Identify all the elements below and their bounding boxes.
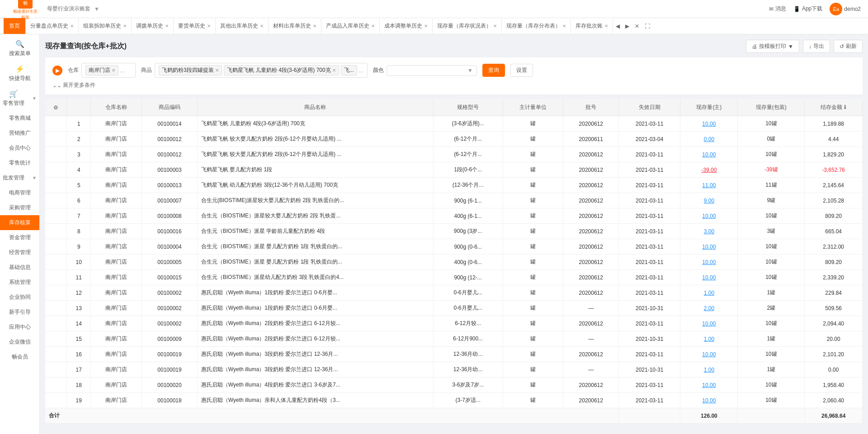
tab-disassemble[interactable]: 组装拆卸单历史 ✕ bbox=[79, 18, 132, 34]
sidebar-item-wechat[interactable]: 企业微信 bbox=[0, 335, 39, 349]
tab-product-in[interactable]: 产成品入库单历史 ✕ bbox=[321, 18, 380, 34]
sidebar-item-member2[interactable]: 畅会员 bbox=[0, 349, 39, 364]
sidebar-item-enterprise[interactable]: 企业协同 bbox=[0, 290, 39, 305]
product-input[interactable]: 飞鹤奶粉3段四罐提装 ✕ 飞鹤星飞帆 儿童奶粉 4段(3-6岁适用) 700克 … bbox=[155, 63, 368, 78]
tab-cost-adjust-close[interactable]: ✕ bbox=[424, 24, 428, 28]
tab-nav-maximize[interactable]: ⛶ bbox=[642, 23, 653, 29]
sidebar-item-system[interactable]: 系统管理 bbox=[0, 275, 39, 290]
sidebar-item-operations[interactable]: 经营管理 bbox=[0, 245, 39, 260]
tab-stock-dist-close[interactable]: ✕ bbox=[562, 24, 566, 28]
tab-adjust-close[interactable]: ✕ bbox=[165, 24, 169, 28]
row-qty-main[interactable]: 10.00 bbox=[680, 255, 738, 270]
row-name: 惠氏启聪（Wyeth illuma）1段奶粉 爱尔兰进口 0-6月婴... bbox=[197, 301, 433, 316]
row-qty-main[interactable]: 10.00 bbox=[680, 393, 738, 408]
row-qty-main[interactable]: 3.00 bbox=[680, 224, 738, 239]
table-row: 3 南岸门店 00100012 飞鹤星飞帆 较大婴儿配方奶粉 2段(6-12个月… bbox=[45, 147, 863, 162]
tab-split[interactable]: 分量盘点单历史 ✕ bbox=[26, 18, 79, 34]
tab-material-out-close[interactable]: ✕ bbox=[313, 24, 316, 28]
row-qty-main[interactable]: -39.00 bbox=[680, 162, 738, 178]
summary-spacer2 bbox=[738, 408, 805, 424]
sidebar-item-base[interactable]: 基础信息 bbox=[0, 260, 39, 275]
tab-stock-status[interactable]: 现存量（库存状况表） ✕ bbox=[433, 18, 502, 34]
row-qty-main[interactable]: 10.00 bbox=[680, 316, 738, 331]
export-btn[interactable]: ↓ 导出 bbox=[803, 40, 830, 53]
product-tag-1-close[interactable]: ✕ bbox=[215, 68, 219, 73]
sidebar-item-wholesale[interactable]: 批发管理 ▼ bbox=[0, 170, 39, 185]
product-tag-2-close[interactable]: ✕ bbox=[332, 68, 336, 73]
row-spec: 900g (12-... bbox=[433, 270, 503, 285]
row-qty-main[interactable]: 10.00 bbox=[680, 270, 738, 285]
sidebar-item-inventory[interactable]: 库存核算 bbox=[0, 215, 39, 230]
query-btn[interactable]: 查询 bbox=[482, 64, 505, 77]
row-qty-main[interactable]: 10.00 bbox=[680, 239, 738, 255]
message-btn[interactable]: ✉ 消息 bbox=[769, 5, 786, 13]
row-qty-main[interactable]: 10.00 bbox=[680, 377, 738, 393]
sidebar-item-guide[interactable]: 新手引导 bbox=[0, 305, 39, 320]
row-batch: 20200611 bbox=[563, 132, 618, 147]
app-icon: 📱 bbox=[793, 6, 800, 12]
tab-demand[interactable]: 要货单历史 ✕ bbox=[174, 18, 216, 34]
product-label: 商品 bbox=[141, 66, 152, 74]
row-qty-main[interactable]: 10.00 bbox=[680, 116, 738, 132]
sidebar-item-member[interactable]: 会员中心 bbox=[0, 141, 39, 156]
setting-icon[interactable]: ⚙ bbox=[53, 104, 58, 111]
row-qty-main[interactable]: 10.00 bbox=[680, 208, 738, 224]
col-setting: ⚙ bbox=[45, 99, 67, 116]
sidebar-item-app-center[interactable]: 应用中心 bbox=[0, 320, 39, 335]
refresh-btn[interactable]: ↺ 刷新 bbox=[834, 40, 863, 53]
refresh-icon: ↺ bbox=[840, 43, 844, 50]
row-qty-main[interactable]: 11.00 bbox=[680, 178, 738, 193]
tab-cost-adjust[interactable]: 成本调整单历史 ✕ bbox=[380, 18, 433, 34]
row-qty-main[interactable]: 1.00 bbox=[680, 362, 738, 377]
tab-batch-close[interactable]: ✕ bbox=[604, 24, 608, 28]
sidebar-item-retail-shop[interactable]: 零售商城 bbox=[0, 111, 39, 126]
sidebar-item-search[interactable]: 🔍 搜索菜单 bbox=[0, 36, 39, 61]
user-area[interactable]: Ea demo2 bbox=[830, 3, 861, 15]
sidebar-item-ecommerce[interactable]: 电商管理 bbox=[0, 185, 39, 200]
sidebar-item-purchase[interactable]: 采购管理 bbox=[0, 200, 39, 215]
tab-demand-close[interactable]: ✕ bbox=[207, 24, 211, 28]
warehouse-tag-close[interactable]: ✕ bbox=[112, 68, 115, 73]
sidebar-item-finance[interactable]: 资金管理 bbox=[0, 230, 39, 245]
tab-product-in-close[interactable]: ✕ bbox=[371, 24, 375, 28]
sidebar-item-marketing[interactable]: 营销推广 bbox=[0, 126, 39, 141]
tab-stock-dist[interactable]: 现存量（库存分布表） ✕ bbox=[502, 18, 571, 34]
expand-more-btn[interactable]: ⌄⌄ 展开更多条件 bbox=[52, 81, 855, 89]
tab-other-out-close[interactable]: ✕ bbox=[260, 24, 264, 28]
sidebar-item-nav[interactable]: ⚡ 快捷导航 bbox=[0, 61, 39, 86]
row-warehouse: 南岸门店 bbox=[91, 132, 142, 147]
settings-btn[interactable]: 设置 bbox=[510, 64, 533, 77]
tab-other-out[interactable]: 其他出库单历史 ✕ bbox=[216, 18, 269, 34]
tab-nav-right[interactable]: ▶ bbox=[623, 23, 632, 29]
tab-home[interactable]: 首页 bbox=[4, 18, 26, 34]
color-input[interactable]: ▼ bbox=[387, 65, 477, 76]
row-qty-main[interactable]: 10.00 bbox=[680, 147, 738, 162]
print-btn[interactable]: 🖨 按模板打印 ▼ bbox=[746, 40, 799, 53]
tab-nav-close-all[interactable]: ✕ bbox=[632, 23, 642, 29]
nav-icon: ⚡ bbox=[15, 65, 24, 73]
row-qty-main[interactable]: 10.00 bbox=[680, 347, 738, 362]
tab-adjust[interactable]: 调拨单历史 ✕ bbox=[132, 18, 174, 34]
tab-stock-status-close[interactable]: ✕ bbox=[493, 24, 497, 28]
row-qty-pkg: 3罐 bbox=[738, 224, 805, 239]
row-spec: (12-36个月... bbox=[433, 178, 503, 193]
sidebar-item-retail[interactable]: 🛒 零售管理 ▼ bbox=[0, 86, 39, 111]
row-expire: 2021-10-31 bbox=[618, 331, 680, 347]
message-label: 消息 bbox=[775, 5, 786, 13]
filter-expand-btn[interactable]: ▶ bbox=[52, 66, 62, 75]
tab-nav-left[interactable]: ◀ bbox=[613, 23, 623, 29]
row-qty-main[interactable]: 1.00 bbox=[680, 331, 738, 347]
tab-disassemble-close[interactable]: ✕ bbox=[123, 24, 127, 28]
row-name: 合生元（BIOSTIME）派星较大婴儿配方奶粉 2段 乳铁蛋... bbox=[197, 208, 433, 224]
row-qty-main[interactable]: 9.00 bbox=[680, 193, 738, 208]
expand-more-row: ⌄⌄ 展开更多条件 bbox=[52, 81, 855, 89]
app-download-btn[interactable]: 📱 App下载 bbox=[793, 5, 822, 13]
tab-batch[interactable]: 库存批次账 ✕ bbox=[571, 18, 613, 34]
row-qty-main[interactable]: 0.00 bbox=[680, 132, 738, 147]
row-qty-main[interactable]: 2.00 bbox=[680, 301, 738, 316]
warehouse-input[interactable]: 南岸门店 ✕ ... bbox=[81, 63, 136, 78]
sidebar-item-retail-stat[interactable]: 零售统计 bbox=[0, 156, 39, 170]
tab-material-out[interactable]: 材料出库单历史 ✕ bbox=[269, 18, 321, 34]
row-qty-main[interactable]: 1.00 bbox=[680, 285, 738, 301]
tab-split-close[interactable]: ✕ bbox=[70, 24, 74, 28]
